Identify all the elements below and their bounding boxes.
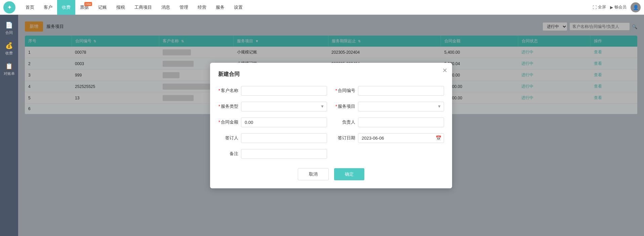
- sign-date-input[interactable]: [358, 133, 444, 143]
- new-badge: new: [84, 2, 92, 6]
- modal-close-button[interactable]: ✕: [442, 67, 447, 74]
- sidebar-item-fee[interactable]: 💰 收费: [0, 39, 18, 59]
- logo-icon: ✦: [7, 4, 12, 11]
- form-field-service-type: *服务类型 ▼: [218, 102, 327, 111]
- nav-items: 首页 客户 收费 票据 new 记账 报税 工商项目 消息 管理 经营 服务 设…: [21, 0, 593, 15]
- sidebar-item-contract[interactable]: 📄 合同: [0, 18, 18, 39]
- cancel-button[interactable]: 取消: [298, 168, 329, 180]
- main-content: 新增 服务项目 进行中 已完成 已终止 🔍 序号 合同编号: [18, 15, 644, 236]
- nav-item-business[interactable]: 工商项目: [130, 0, 157, 15]
- vip-icon: ▶: [610, 5, 613, 10]
- form-field-notes: 备注: [218, 149, 327, 159]
- nav-item-invoice[interactable]: 票据 new: [75, 0, 93, 15]
- modal-footer: 取消 确定: [218, 168, 444, 180]
- form-field-amount: *合同金额: [218, 117, 327, 127]
- service-item-label: *服务项目: [335, 103, 355, 109]
- form-row-5: 备注: [218, 149, 444, 159]
- form-row-4: 签订人 签订日期 📅: [218, 133, 444, 143]
- logo: ✦: [3, 1, 15, 13]
- nav-item-customer[interactable]: 客户: [39, 0, 57, 15]
- responsible-label: 负责人: [335, 119, 355, 125]
- sidebar-item-statement[interactable]: 📋 对账单: [0, 59, 18, 80]
- nav-item-service[interactable]: 服务: [211, 0, 229, 15]
- notes-input[interactable]: [241, 149, 327, 159]
- form-field-signer: 签订人: [218, 133, 327, 143]
- nav-item-operation[interactable]: 经营: [193, 0, 211, 15]
- avatar[interactable]: 👤: [631, 2, 641, 12]
- nav-item-tax[interactable]: 报税: [112, 0, 130, 15]
- sign-date-label: 签订日期: [335, 135, 355, 141]
- vip-button[interactable]: ▶ 畅会员: [610, 4, 627, 10]
- contract-amount-label: *合同金额: [218, 119, 238, 125]
- fullscreen-icon: ⛶: [593, 5, 597, 10]
- nav-item-home[interactable]: 首页: [21, 0, 39, 15]
- form-row-2: *服务类型 ▼ *服务项目: [218, 102, 444, 111]
- modal-dialog: 新建合同 ✕ *客户名称 *合同编号: [210, 63, 452, 188]
- form-field-customer: *客户名称: [218, 86, 327, 96]
- confirm-button[interactable]: 确定: [334, 168, 364, 180]
- nav-item-message[interactable]: 消息: [157, 0, 175, 15]
- notes-label: 备注: [218, 151, 238, 157]
- service-type-select-wrapper: ▼: [241, 102, 327, 111]
- form-field-responsible: 负责人: [335, 117, 444, 127]
- form-field-service-item: *服务项目 ▼: [335, 102, 444, 111]
- service-item-select-wrapper: ▼: [358, 102, 444, 111]
- sidebar: 📄 合同 💰 收费 📋 对账单: [0, 15, 18, 236]
- signer-label: 签订人: [218, 135, 238, 141]
- customer-name-label: *客户名称: [218, 88, 238, 94]
- top-nav-right: ⛶ 全屏 ▶ 畅会员 👤: [593, 2, 641, 12]
- statement-icon: 📋: [5, 62, 13, 70]
- form-field-contract-no: *合同编号: [335, 86, 444, 96]
- form-row-1: *客户名称 *合同编号: [218, 86, 444, 96]
- layout: 📄 合同 💰 收费 📋 对账单 新增 服务项目 进行中 已完成 已终止 🔍: [0, 15, 644, 236]
- modal-title: 新建合同: [218, 71, 444, 78]
- nav-item-bookkeeping[interactable]: 记账: [93, 0, 112, 15]
- responsible-input[interactable]: [358, 117, 444, 127]
- service-type-select[interactable]: [241, 102, 327, 111]
- service-item-select[interactable]: [358, 102, 444, 111]
- contract-icon: 📄: [5, 21, 13, 29]
- contract-no-input[interactable]: [358, 86, 444, 96]
- form-row-3: *合同金额 负责人: [218, 117, 444, 127]
- nav-item-settings[interactable]: 设置: [229, 0, 247, 15]
- contract-no-label: *合同编号: [335, 88, 355, 94]
- nav-item-fee[interactable]: 收费: [57, 0, 75, 15]
- service-type-label: *服务类型: [218, 103, 238, 109]
- signer-input[interactable]: [241, 133, 327, 143]
- fee-icon: 💰: [5, 42, 13, 49]
- top-nav: ✦ 首页 客户 收费 票据 new 记账 报税 工商项目 消息 管理 经营 服务…: [0, 0, 644, 15]
- sign-date-wrapper: 📅: [358, 133, 444, 143]
- form-field-sign-date: 签订日期 📅: [335, 133, 444, 143]
- customer-name-input[interactable]: [241, 86, 327, 96]
- fullscreen-button[interactable]: ⛶ 全屏: [593, 4, 606, 10]
- nav-item-manage[interactable]: 管理: [175, 0, 193, 15]
- contract-amount-input[interactable]: [241, 117, 327, 127]
- modal-overlay: 新建合同 ✕ *客户名称 *合同编号: [18, 15, 644, 236]
